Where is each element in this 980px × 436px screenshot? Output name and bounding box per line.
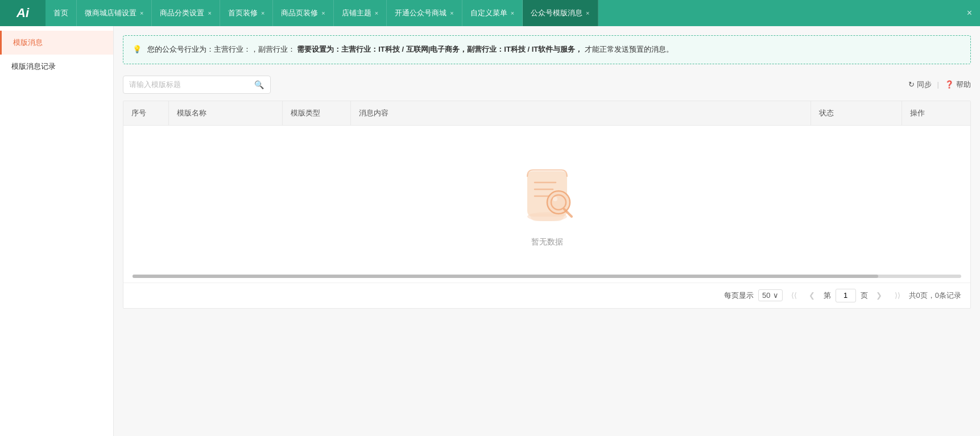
nav-tab-5[interactable]: 店铺主题×: [334, 0, 387, 26]
nav-tab-close[interactable]: ×: [511, 10, 514, 16]
nav-tab-3[interactable]: 首页装修×: [220, 0, 273, 26]
col-header-type: 模版类型: [283, 101, 351, 125]
divider: |: [937, 80, 939, 89]
nav-tab-label: 首页: [53, 8, 68, 18]
empty-text: 暂无数据: [531, 237, 563, 247]
empty-state: 暂无数据: [123, 126, 970, 270]
search-icon[interactable]: 🔍: [254, 80, 264, 89]
pagination: 每页显示 50 ∨ ⟨⟨ ❮ 第 页 ❯ ⟩⟩ 共0页，0条记录: [123, 283, 970, 308]
nav-tab-label: 商品页装修: [281, 8, 318, 18]
app-logo: Ai: [0, 0, 46, 26]
page-size-value: 50: [762, 291, 770, 300]
sidebar: 模版消息模版消息记录: [0, 26, 114, 436]
last-page-button[interactable]: ⟩⟩: [891, 289, 904, 302]
col-header-content: 消息内容: [351, 101, 811, 125]
total-info: 共0页，0条记录: [909, 290, 961, 301]
help-label: 帮助: [956, 80, 971, 90]
notice-icon: 💡: [133, 45, 142, 53]
nav-tab-label: 自定义菜单: [470, 8, 507, 18]
col-header-status: 状态: [811, 101, 902, 125]
nav-tab-label: 微商城店铺设置: [85, 8, 137, 18]
page-number-input[interactable]: [836, 289, 856, 302]
nav-tab-4[interactable]: 商品页装修×: [273, 0, 333, 26]
nav-tab-1[interactable]: 微商城店铺设置×: [77, 0, 152, 26]
content-area: 💡 您的公众号行业为：主营行业：，副营行业： 需要设置为：主营行业：IT科技 /…: [114, 26, 980, 436]
scrollbar-thumb: [133, 275, 878, 278]
nav-tab-8[interactable]: 公众号模版消息×: [523, 0, 598, 26]
sidebar-item-1[interactable]: 模版消息记录: [0, 55, 113, 78]
nav-tab-close[interactable]: ×: [208, 10, 211, 16]
nav-tab-label: 商品分类设置: [160, 8, 204, 18]
sync-icon: ↻: [908, 80, 915, 89]
nav-tab-7[interactable]: 自定义菜单×: [462, 0, 523, 26]
nav-tab-close[interactable]: ×: [321, 10, 325, 16]
help-button[interactable]: ❓ 帮助: [945, 80, 971, 90]
search-input-wrap: 🔍: [123, 76, 271, 94]
sync-button[interactable]: ↻ 同步: [908, 80, 932, 90]
notice-prefix: 您的公众号行业为：主营行业：，副营行业：: [147, 45, 295, 53]
search-input[interactable]: [129, 80, 254, 89]
nav-tabs: 首页微商城店铺设置×商品分类设置×首页装修×商品页装修×店铺主题×开通公众号商城…: [46, 0, 959, 26]
sidebar-item-0[interactable]: 模版消息: [0, 31, 113, 55]
col-header-index: 序号: [123, 101, 169, 125]
nav-tab-close[interactable]: ×: [375, 10, 378, 16]
nav-tab-close[interactable]: ×: [140, 10, 143, 16]
main-layout: 模版消息模版消息记录 💡 您的公众号行业为：主营行业：，副营行业： 需要设置为：…: [0, 26, 980, 436]
sync-label: 同步: [917, 80, 932, 90]
empty-illustration: [513, 160, 581, 228]
first-page-button[interactable]: ⟨⟨: [787, 289, 801, 302]
nav-tab-label: 首页装修: [228, 8, 258, 18]
nav-tab-0[interactable]: 首页: [46, 0, 77, 26]
scrollbar-area: [123, 275, 970, 278]
nav-tab-label: 开通公众号商城: [395, 8, 446, 18]
nav-tab-close[interactable]: ×: [586, 10, 589, 16]
nav-tab-label: 公众号模版消息: [531, 8, 582, 18]
next-page-button[interactable]: ❯: [873, 289, 886, 302]
nav-tab-label: 店铺主题: [342, 8, 371, 18]
scrollbar-track[interactable]: [133, 275, 961, 278]
col-header-name: 模版名称: [169, 101, 283, 125]
top-nav: Ai 首页微商城店铺设置×商品分类设置×首页装修×商品页装修×店铺主题×开通公众…: [0, 0, 980, 26]
page-word: 第: [824, 290, 831, 301]
close-all-button[interactable]: ×: [959, 8, 980, 18]
search-bar: 🔍 ↻ 同步 | ❓ 帮助: [123, 76, 971, 94]
col-header-action: 操作: [902, 101, 970, 125]
help-icon: ❓: [945, 80, 954, 89]
toolbar-right: ↻ 同步 | ❓ 帮助: [908, 80, 971, 90]
page-size-label: 每页显示: [724, 290, 754, 301]
notice-suffix: 才能正常发送预置的消息。: [585, 45, 673, 53]
notice-highlight: 需要设置为：主营行业：IT科技 / 互联网|电子商务，副营行业：IT科技 / I…: [297, 45, 582, 53]
page-size-select[interactable]: 50 ∨: [758, 289, 782, 301]
svg-point-7: [553, 197, 557, 201]
data-table: 序号 模版名称 模版类型 消息内容 状态 操作: [123, 101, 971, 309]
nav-tab-2[interactable]: 商品分类设置×: [152, 0, 220, 26]
nav-tab-6[interactable]: 开通公众号商城×: [387, 0, 462, 26]
prev-page-button[interactable]: ❮: [805, 289, 819, 302]
notice-box: 💡 您的公众号行业为：主营行业：，副营行业： 需要设置为：主营行业：IT科技 /…: [123, 35, 971, 64]
nav-tab-close[interactable]: ×: [261, 10, 264, 16]
nav-tab-close[interactable]: ×: [450, 10, 453, 16]
ye-word: 页: [861, 290, 868, 301]
page-size-dropdown-icon: ∨: [773, 291, 779, 300]
table-header: 序号 模版名称 模版类型 消息内容 状态 操作: [123, 101, 970, 126]
